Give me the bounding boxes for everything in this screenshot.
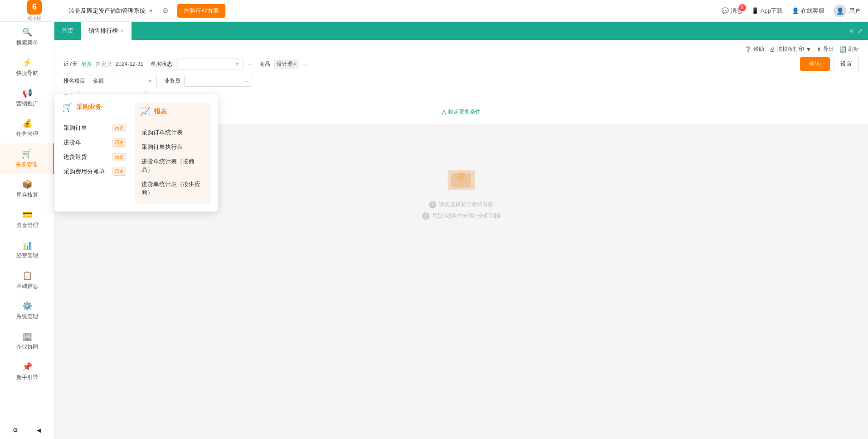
sidebar-item-guide[interactable]: 📌 新手引导 <box>0 356 54 387</box>
system-dropdown-arrow[interactable]: ▼ <box>148 8 154 14</box>
purchase-col-title: 采购业务 <box>76 103 102 111</box>
online-service-btn[interactable]: 👤 在线客服 <box>792 7 824 15</box>
sidebar-label-guide: 新手引导 <box>16 374 38 381</box>
sidebar-item-nav[interactable]: ⚡ 快捷导航 <box>0 52 54 83</box>
purchase-order-item[interactable]: 采购订单 历史 <box>62 121 128 135</box>
sidebar-item-basic[interactable]: 📋 基础信息 <box>0 265 54 296</box>
step-2-num: 2 <box>422 212 429 220</box>
refresh-btn[interactable]: 🔄 刷新 <box>839 45 859 53</box>
po-stats-label: 采购订单统计表 <box>141 128 183 137</box>
message-btn[interactable]: 💬 消息 9 <box>722 7 742 15</box>
collapse-label: 收起更多条件 <box>448 108 481 116</box>
rank-label: 排名项目 <box>63 77 85 85</box>
maximize-icon[interactable]: ⤢ <box>858 28 863 35</box>
incoming-stats-supplier-item[interactable]: 进货单统计表（按供应商） <box>140 177 206 200</box>
print-dropdown-arrow[interactable]: ▼ <box>806 46 811 53</box>
date-label: 近7天 <box>63 60 78 68</box>
tab-window-controls: ✕ ⤢ <box>844 22 868 40</box>
return-goods-item[interactable]: 进货退货 历史 <box>62 150 128 164</box>
incoming-stats-goods-label: 进货单统计表（按商品） <box>141 158 204 174</box>
app-download-btn[interactable]: 📱 App下载 <box>751 7 783 15</box>
tab-close-icon[interactable]: × <box>121 28 124 34</box>
salesperson-label: 业务员 <box>164 77 180 85</box>
system-icon: ⚙️ <box>22 301 32 311</box>
guide-icon: 📌 <box>22 362 32 372</box>
incoming-order-label: 进货单 <box>63 138 81 147</box>
purchase-col-header: 🛒 采购业务 <box>62 102 128 115</box>
sidebar-item-marketing[interactable]: 📢 营销推广 <box>0 83 54 113</box>
purchase-col: 🛒 采购业务 采购订单 历史 进货单 历史 进货退货 历史 <box>62 102 128 204</box>
date-custom[interactable]: 自定义 <box>96 60 112 68</box>
goods-tag-value: 设计桑× <box>277 60 296 68</box>
empty-step-1: 1 请先选择要分析的方案 <box>429 201 493 208</box>
minimize-icon[interactable]: ✕ <box>849 28 854 35</box>
sidebar-item-sales[interactable]: 💰 销售管理 <box>0 113 54 143</box>
tab-sales-rank[interactable]: 销售排行榜 × <box>81 22 132 40</box>
refresh-icon: 🔄 <box>839 46 846 53</box>
print-btn[interactable]: 🖨 按模板打印 ▼ <box>770 45 811 53</box>
print-label: 按模板打印 <box>777 45 804 53</box>
message-badge: 9 <box>739 4 746 11</box>
sidebar-item-finance[interactable]: 💳 资金管理 <box>0 204 54 235</box>
app-download-label: App下载 <box>761 7 783 15</box>
step-1-num: 1 <box>429 201 436 208</box>
voucher-status-dots[interactable]: ··· <box>248 61 252 67</box>
logo-subtitle: 标准版 <box>28 15 41 22</box>
tab-home-label: 首页 <box>62 27 73 35</box>
po-exec-item[interactable]: 采购订单执行表 <box>140 140 206 154</box>
sidebar-item-inventory[interactable]: 📦 库存核算 <box>0 174 54 204</box>
logo-area: 6 标准版 <box>7 0 62 22</box>
empty-icon <box>439 161 484 197</box>
sidebar-settings-icon[interactable]: ⚙ <box>13 427 18 434</box>
sidebar-item-enterprise[interactable]: 🏢 企业协同 <box>0 326 54 356</box>
sidebar-item-search[interactable]: 🔍 搜索菜单 <box>0 22 54 52</box>
tab-home[interactable]: 首页 <box>54 22 81 40</box>
user-avatar: 👤 <box>834 5 846 17</box>
sidebar-item-purchase[interactable]: 🛒 采购管理 <box>0 143 54 174</box>
report-col-header: 📈 报表 <box>140 106 206 120</box>
sidebar-label-finance: 资金管理 <box>16 222 38 229</box>
voucher-status-select[interactable]: ▼ <box>176 59 244 69</box>
rank-select[interactable]: 金额 ▼ <box>89 75 157 87</box>
sidebar-label-marketing: 营销推广 <box>16 100 38 108</box>
print-icon: 🖨 <box>770 46 775 53</box>
step-1-text: 请先选择要分析的方案 <box>439 201 493 208</box>
user-area[interactable]: 👤 用户 <box>834 5 861 17</box>
sidebar-item-operations[interactable]: 📊 经营管理 <box>0 235 54 265</box>
sidebar-item-system[interactable]: ⚙️ 系统管理 <box>0 296 54 326</box>
sidebar-label-inventory: 库存核算 <box>16 191 38 199</box>
rank-filter: 排名项目 金额 ▼ <box>63 75 157 87</box>
search-icon: 🔍 <box>22 27 32 37</box>
expense-badge: 历史 <box>112 168 126 176</box>
incoming-order-item[interactable]: 进货单 历史 <box>62 135 128 150</box>
sidebar: 🔍 搜索菜单 ⚡ 快捷导航 📢 营销推广 💰 销售管理 🛒 采购管理 📦 库存核… <box>0 22 54 439</box>
goods-tag: 设计桑× <box>274 59 299 69</box>
settings-icon[interactable]: ⚙ <box>159 5 172 17</box>
export-btn[interactable]: ⬆ 导出 <box>817 45 834 53</box>
expense-item[interactable]: 采购费用分摊单 历史 <box>62 164 128 179</box>
sidebar-collapse-icon[interactable]: ◀ <box>37 427 41 434</box>
help-btn[interactable]: ❓ 帮助 <box>745 45 764 53</box>
tab-spacer <box>132 22 844 40</box>
date-more[interactable]: 更多 <box>81 60 92 68</box>
system-title: 装备及固定资产辅助管理系统 <box>69 7 146 15</box>
incoming-stats-goods-item[interactable]: 进货单统计表（按商品） <box>140 154 206 177</box>
salesperson-select[interactable]: ··· <box>184 76 252 87</box>
system-title-area[interactable]: 装备及固定资产辅助管理系统 ▼ <box>69 7 154 15</box>
query-btn[interactable]: 查询 <box>800 57 830 71</box>
goods-filter: 商品 设计桑× ··· <box>259 59 307 69</box>
rank-arrow: ▼ <box>147 78 153 84</box>
step-2-text: 用[过滤]条件来缩小分析范围 <box>432 212 501 220</box>
setting-btn[interactable]: 设置 <box>834 57 859 71</box>
date-filter: 近7天 更多 自定义 2024-12-31 <box>63 60 143 68</box>
sidebar-label-enterprise: 企业协同 <box>16 343 38 351</box>
top-right: 💬 消息 9 📱 App下载 👤 在线客服 👤 用户 <box>722 5 861 17</box>
purchase-dropdown-menu: 🛒 采购业务 采购订单 历史 进货单 历史 进货退货 历史 <box>54 94 218 212</box>
industry-btn[interactable]: 体验行业方案 <box>177 4 225 18</box>
goods-dots[interactable]: ··· <box>302 61 307 67</box>
main-layout: 🔍 搜索菜单 ⚡ 快捷导航 📢 营销推广 💰 销售管理 🛒 采购管理 📦 库存核… <box>0 22 868 439</box>
sidebar-label-sales: 销售管理 <box>16 130 38 138</box>
incoming-order-badge: 历史 <box>112 138 126 147</box>
po-stats-item[interactable]: 采购订单统计表 <box>140 125 206 140</box>
sidebar-label-purchase: 采购管理 <box>16 161 38 168</box>
